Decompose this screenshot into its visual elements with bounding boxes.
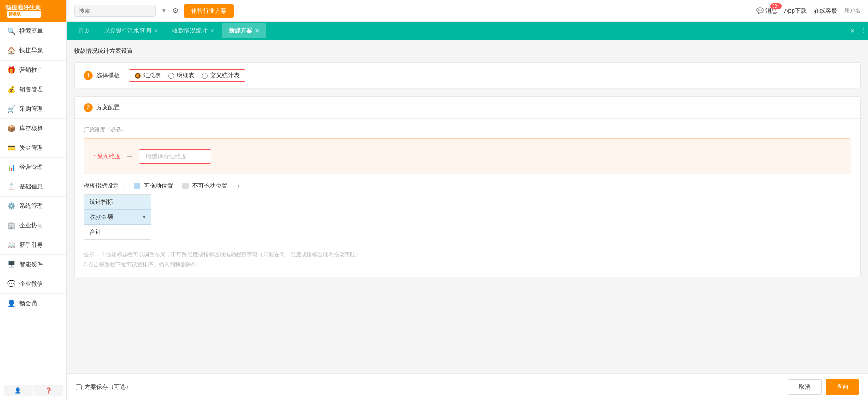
main-area: ▼ ⚙ 体验行业方案 💬 消息 99+ App下载 在线客服 用户名 首页 现金… — [67, 0, 868, 400]
metrics-header: 模板指标设定（ 可拖动位置 不可拖动位置 ） — [84, 182, 851, 190]
query-button[interactable]: 查询 — [826, 379, 859, 395]
sidebar-item-system[interactable]: ⚙️ 系统管理 — [0, 197, 66, 216]
fixed-label: 不可拖动位置 — [192, 182, 227, 190]
card-icon: 💳 — [7, 144, 16, 152]
service-label[interactable]: 在线客服 — [814, 7, 837, 15]
draggable-label: 可拖动位置 — [144, 182, 173, 190]
dropdown-arrow-icon[interactable]: ▼ — [161, 7, 167, 14]
settings-icon[interactable]: ⚙ — [172, 6, 179, 15]
home-icon: 🏠 — [7, 47, 16, 55]
stats-label: 统计指标 — [90, 198, 113, 206]
sidebar-item-inventory[interactable]: 📦 库存核算 — [0, 119, 66, 138]
radio-cross-input[interactable] — [202, 73, 208, 79]
sidebar-item-finance[interactable]: 💳 资金管理 — [0, 138, 66, 158]
cancel-button[interactable]: 取消 — [788, 379, 822, 395]
sidebar-item-label: 快捷导航 — [19, 47, 43, 55]
tab-expand-icon[interactable]: ⛶ — [859, 28, 864, 34]
sidebar-help-btn[interactable]: ❓ — [34, 385, 63, 396]
radio-summary[interactable]: 汇总表 — [135, 71, 161, 80]
sidebar-bottom: 👤 ❓ — [0, 381, 66, 400]
tab-cash-flow[interactable]: 现金银行流水查询 ✕ — [97, 23, 165, 38]
vertical-dimension-label: 纵向维度 — [93, 152, 121, 160]
tab-new-plan[interactable]: 新建方案 ✕ — [222, 23, 266, 38]
sidebar-user-btn[interactable]: 👤 — [4, 385, 33, 396]
sidebar-item-marketing[interactable]: 🎁 营销推广 — [0, 61, 66, 80]
step1-badge: 1 — [84, 71, 93, 80]
gear-icon: ⚙️ — [7, 202, 16, 210]
radio-detail[interactable]: 明细表 — [168, 71, 194, 80]
metrics-section: 模板指标设定（ 可拖动位置 不可拖动位置 ） — [84, 182, 851, 241]
sidebar-item-label: 采购管理 — [19, 105, 43, 113]
close-icon[interactable]: ✕ — [210, 28, 214, 34]
close-icon[interactable]: ✕ — [154, 28, 158, 34]
search-menu-icon: 🔍 — [7, 27, 16, 35]
tab-home[interactable]: 首页 — [71, 23, 97, 38]
sidebar-item-purchase[interactable]: 🛒 采购管理 — [0, 99, 66, 119]
trial-btn[interactable]: 体验行业方案 — [184, 4, 234, 18]
download-label[interactable]: App下载 — [784, 7, 807, 15]
sidebar-item-search-menu[interactable]: 🔍 搜索菜单 — [0, 22, 66, 41]
template-options: 汇总表 明细表 交叉统计表 — [129, 69, 245, 82]
save-label: 方案保存（可选） — [85, 383, 132, 391]
logo-text: 畅捷通好生意 — [5, 4, 41, 11]
step1-header: 1 选择模板 汇总表 明细表 交叉统计表 — [75, 63, 860, 89]
search-input[interactable] — [74, 5, 156, 17]
sidebar-item-enterprise[interactable]: 🏢 企业协同 — [0, 216, 66, 235]
sidebar-item-wechat[interactable]: 💬 企业微信 — [0, 274, 66, 294]
total-cell: 合计 — [84, 225, 151, 239]
sidebar-item-label: 畅会员 — [19, 299, 37, 307]
message-badge[interactable]: 💬 消息 99+ — [756, 7, 777, 15]
sidebar-item-label: 库存核算 — [19, 124, 43, 132]
page-title: 收款情况统计方案设置 — [74, 47, 861, 55]
collection-amount-header[interactable]: 收款金额 ▾ — [84, 210, 151, 225]
close-icon[interactable]: ✕ — [255, 28, 259, 34]
radio-summary-input[interactable] — [135, 73, 141, 79]
monitor-icon: 🖥️ — [7, 260, 16, 268]
step1-title: 选择模板 — [96, 71, 120, 80]
tab-close-all-icon[interactable]: ✕ — [850, 28, 855, 34]
topbar-right: 💬 消息 99+ App下载 在线客服 用户名 — [756, 7, 861, 15]
dimension-select[interactable]: 请选择分组维度 — [139, 149, 211, 164]
sidebar-item-label: 经营管理 — [19, 163, 43, 171]
radio-summary-label: 汇总表 — [143, 71, 161, 80]
sidebar-item-operation[interactable]: 📊 经营管理 — [0, 158, 66, 177]
sidebar-item-base-info[interactable]: 📋 基础信息 — [0, 177, 66, 197]
sidebar-item-label: 系统管理 — [19, 202, 43, 210]
radio-cross[interactable]: 交叉统计表 — [202, 71, 240, 80]
dimension-section: 汇总维度（必选） 纵向维度 → 请选择分组维度 — [84, 126, 851, 174]
metrics-table: 统计指标 收款金额 ▾ 合计 — [84, 194, 151, 240]
sidebar-item-member[interactable]: 👤 畅会员 — [0, 294, 66, 313]
sidebar-item-label: 营销推广 — [19, 66, 43, 74]
dimension-title: 汇总维度（必选） — [84, 126, 851, 134]
chevron-down-icon[interactable]: ▾ — [143, 214, 146, 220]
sidebar-item-label: 新手引导 — [19, 241, 43, 249]
tab-new-plan-label: 新建方案 — [229, 27, 252, 35]
total-label: 合计 — [90, 228, 101, 235]
radio-detail-input[interactable] — [168, 73, 174, 79]
message-count: 99+ — [770, 3, 782, 9]
sidebar-item-label: 搜索菜单 — [19, 27, 43, 35]
sidebar-item-guide[interactable]: 📖 新手引导 — [0, 235, 66, 255]
tab-cash-flow-label: 现金银行流水查询 — [104, 27, 151, 35]
metrics-setting-label: 模板指标设定（ — [84, 182, 125, 190]
tab-collection-stats[interactable]: 收款情况统计 ✕ — [165, 23, 222, 38]
radio-cross-label: 交叉统计表 — [210, 71, 240, 80]
tip2: 2.点击标题栏下拉可设置排序、插入列和删除列 — [84, 260, 851, 270]
sidebar-item-sales[interactable]: 💰 销售管理 — [0, 80, 66, 99]
book-icon: 📖 — [7, 241, 16, 249]
dimension-placeholder: 请选择分组维度 — [146, 153, 187, 160]
gift-icon: 🎁 — [7, 66, 16, 74]
building-icon: 🏢 — [7, 221, 16, 230]
save-checkbox[interactable] — [76, 384, 82, 390]
radio-detail-label: 明细表 — [177, 71, 194, 80]
step2-card: 2 方案配置 汇总维度（必选） 纵向维度 → 请选择分组维度 — [74, 96, 861, 277]
fixed-legend: 不可拖动位置 — [182, 182, 227, 190]
sidebar-logo: 畅捷通好生意 标准版 — [0, 0, 66, 22]
sidebar-item-quick-nav[interactable]: 🏠 快捷导航 — [0, 41, 66, 61]
fixed-dot — [182, 183, 189, 189]
money-icon: 💰 — [7, 85, 16, 94]
sidebar-item-smart-hw[interactable]: 🖥️ 智能硬件 — [0, 255, 66, 274]
user-icon: 👤 — [7, 299, 16, 307]
metrics-table-header: 统计指标 — [84, 195, 151, 210]
draggable-dot — [134, 183, 140, 189]
